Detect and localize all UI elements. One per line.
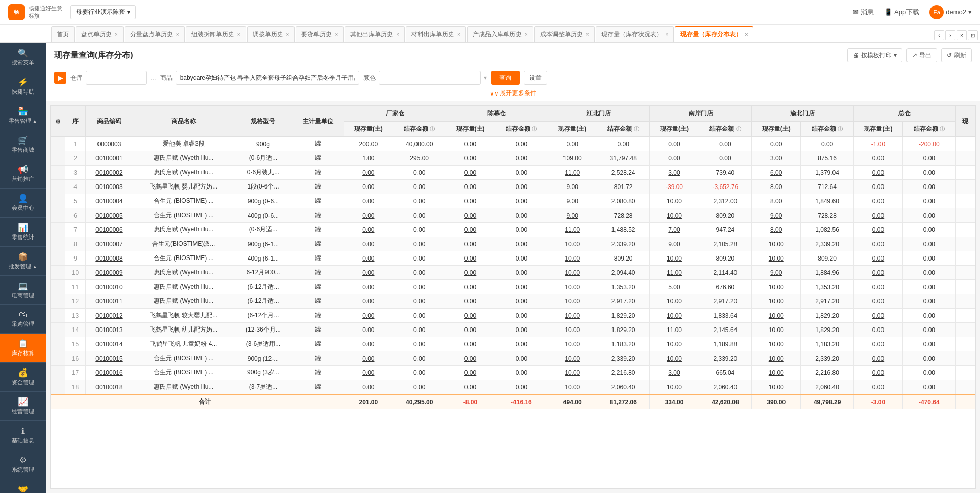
cell-0[interactable] [51, 223, 65, 237]
cell-12[interactable]: 10.00 [650, 251, 699, 266]
cell-6[interactable]: 0.00 [344, 294, 393, 309]
cell-10[interactable]: 9.00 [548, 208, 597, 223]
cell-2[interactable]: 00100012 [86, 309, 133, 323]
export-btn[interactable]: ↗ 导出 [906, 48, 937, 62]
query-btn[interactable]: 查询 [491, 71, 520, 85]
cell-8[interactable]: 0.00 [446, 237, 495, 251]
cell-14[interactable]: 9.00 [752, 208, 801, 223]
sidebar-item-12[interactable]: 📈经营管理 [0, 392, 46, 421]
cell-8[interactable]: 0.00 [446, 166, 495, 180]
cell-14[interactable]: 10.00 [752, 337, 801, 351]
tab-close-all-btn[interactable]: × [957, 30, 967, 40]
cell-2[interactable]: 00100007 [86, 237, 133, 251]
warehouse-input[interactable] [86, 71, 147, 85]
sidebar-item-10[interactable]: 📋库存核算 [0, 334, 46, 363]
refresh-btn[interactable]: ↺ 刷新 [941, 48, 972, 62]
cell-16[interactable]: 0.00 [853, 208, 902, 223]
cell-6[interactable]: 0.00 [344, 280, 393, 294]
tab-item-3[interactable]: 组装拆卸单历史× [186, 26, 246, 42]
user-menu[interactable]: Ea demo2 ▾ [929, 5, 972, 19]
cell-14[interactable]: 10.00 [752, 351, 801, 366]
cell-2[interactable]: 00100006 [86, 223, 133, 237]
cell-16[interactable]: 0.00 [853, 266, 902, 280]
color-input[interactable] [379, 71, 481, 85]
sidebar-item-11[interactable]: 💰资金管理 [0, 363, 46, 392]
tab-expand-btn[interactable]: ⊡ [968, 30, 978, 40]
tab-close-btn-3[interactable]: × [237, 32, 240, 37]
cell-12[interactable]: 10.00 [650, 194, 699, 208]
cell-8[interactable]: 0.00 [446, 309, 495, 323]
cell-8[interactable]: 0.00 [446, 266, 495, 280]
cell-16[interactable]: 0.00 [853, 309, 902, 323]
product-input[interactable] [176, 71, 359, 85]
cell-14[interactable]: 10.00 [752, 309, 801, 323]
tab-item-1[interactable]: 盘点单历史× [76, 26, 124, 42]
cell-8[interactable]: 0.00 [446, 251, 495, 266]
cell-2[interactable]: 0000003 [86, 137, 133, 151]
cell-2[interactable]: 00100002 [86, 166, 133, 180]
cell-2[interactable]: 00100011 [86, 294, 133, 309]
tab-item-9[interactable]: 成本调整单历史× [534, 26, 595, 42]
sidebar-item-13[interactable]: ℹ基础信息 [0, 421, 46, 450]
cell-16[interactable]: -1.00 [853, 137, 902, 151]
cell-14[interactable]: 3.00 [752, 151, 801, 166]
cell-0[interactable] [51, 323, 65, 337]
cell-8[interactable]: 0.00 [446, 366, 495, 380]
cell-16[interactable]: 0.00 [853, 166, 902, 180]
cell-14[interactable]: 8.00 [752, 223, 801, 237]
cell-12[interactable]: 3.00 [650, 166, 699, 180]
cell-8[interactable]: 0.00 [446, 151, 495, 166]
tab-item-0[interactable]: 首页 [51, 26, 75, 42]
tab-next-btn[interactable]: › [945, 30, 955, 40]
tab-close-btn-5[interactable]: × [335, 32, 338, 37]
cell-14[interactable]: 9.00 [752, 266, 801, 280]
cell-12[interactable]: 7.00 [650, 223, 699, 237]
cell-16[interactable]: 0.00 [853, 223, 902, 237]
cell-14[interactable]: 8.00 [752, 180, 801, 194]
cell-2[interactable]: 00100014 [86, 337, 133, 351]
tab-close-btn-4[interactable]: × [286, 32, 289, 37]
cell-8[interactable]: 0.00 [446, 294, 495, 309]
sidebar-item-3[interactable]: 🛒零售商城 [0, 130, 46, 159]
collapse-btn[interactable]: ▶ [54, 72, 66, 84]
tab-close-btn-6[interactable]: × [396, 32, 399, 37]
cell-10[interactable]: 109.00 [548, 151, 597, 166]
table-container[interactable]: ⚙ 序 商品编码 商品名称 规格型号 主计量单位 厂家仓 陈幕仓 江北门店 南岸… [50, 105, 976, 489]
tab-close-btn-7[interactable]: × [457, 32, 460, 37]
cell-12[interactable]: 11.00 [650, 323, 699, 337]
cell-10[interactable]: 9.00 [548, 194, 597, 208]
cell-6[interactable]: 0.00 [344, 366, 393, 380]
cell-6[interactable]: 0.00 [344, 180, 393, 194]
tab-item-7[interactable]: 材料出库单历史× [406, 26, 466, 42]
cell-6[interactable]: 0.00 [344, 380, 393, 395]
tab-item-6[interactable]: 其他出库单历史× [345, 26, 405, 42]
tab-prev-btn[interactable]: ‹ [934, 30, 944, 40]
cell-12[interactable]: 3.00 [650, 366, 699, 380]
cell-6[interactable]: 0.00 [344, 166, 393, 180]
cell-12[interactable]: 10.00 [650, 208, 699, 223]
cell-12[interactable]: 10.00 [650, 337, 699, 351]
print-btn[interactable]: 🖨 按模板打印 ▾ [847, 48, 902, 62]
cell-14[interactable]: 10.00 [752, 380, 801, 395]
cell-16[interactable]: 0.00 [853, 237, 902, 251]
cell-2[interactable]: 00100005 [86, 208, 133, 223]
sidebar-item-2[interactable]: 🏪零售管理 ▲ [0, 101, 46, 130]
cell-10[interactable]: 10.00 [548, 251, 597, 266]
cell-14[interactable]: 0.00 [752, 137, 801, 151]
cell-10[interactable]: 10.00 [548, 323, 597, 337]
cell-14[interactable]: 10.00 [752, 294, 801, 309]
cell-14[interactable]: 10.00 [752, 237, 801, 251]
cell-2[interactable]: 00100008 [86, 251, 133, 266]
cell-0[interactable] [51, 194, 65, 208]
sidebar-item-6[interactable]: 📊零售统计 [0, 218, 46, 247]
cell-8[interactable]: 0.00 [446, 380, 495, 395]
cell-8[interactable]: 0.00 [446, 180, 495, 194]
sidebar-item-0[interactable]: 🔍搜索英单 [0, 43, 46, 72]
cell-16[interactable]: 0.00 [853, 337, 902, 351]
tab-item-4[interactable]: 调拨单历史× [247, 26, 295, 42]
cell-6[interactable]: 0.00 [344, 309, 393, 323]
cell-16[interactable]: 0.00 [853, 180, 902, 194]
cell-2[interactable]: 00100013 [86, 323, 133, 337]
sidebar-item-4[interactable]: 📢营销推广 [0, 159, 46, 189]
cell-12[interactable]: 11.00 [650, 266, 699, 280]
